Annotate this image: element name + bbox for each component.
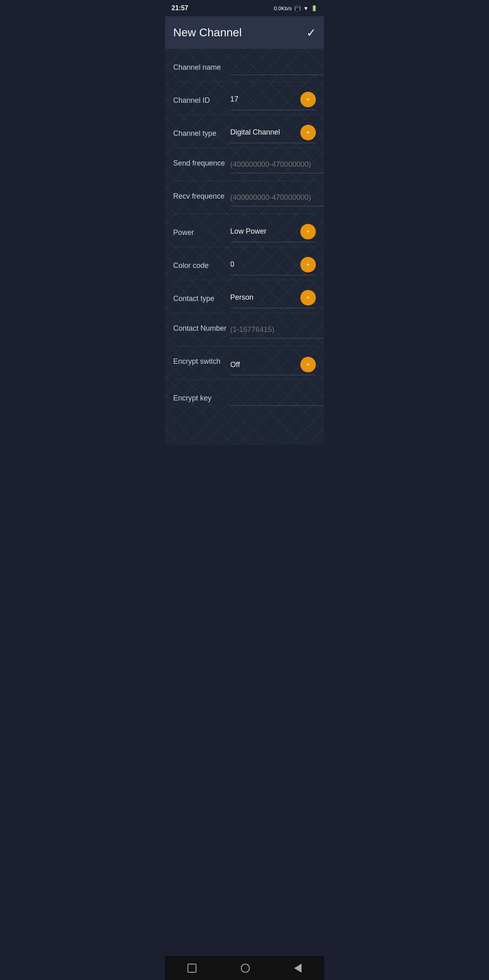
channel-id-label: Channel ID: [173, 96, 230, 105]
encrypt-switch-field-wrap[interactable]: Off: [230, 357, 316, 375]
channel-type-row: Channel type Digital Channel: [165, 115, 324, 148]
power-label: Power: [173, 228, 230, 237]
power-dropdown[interactable]: [300, 224, 316, 239]
toolbar: New Channel ✓: [165, 16, 324, 49]
recv-frequence-input[interactable]: [230, 193, 324, 202]
contact-type-dropdown[interactable]: [300, 290, 316, 305]
save-button[interactable]: ✓: [306, 26, 316, 40]
contact-type-row: Contact type Person: [165, 280, 324, 313]
nav-recent-button[interactable]: [187, 964, 196, 973]
recv-frequence-field-wrap[interactable]: [230, 192, 324, 206]
status-bar: 21:57 0.0Kb/s 📳 ▼ 🔋: [165, 0, 324, 16]
channel-type-dropdown[interactable]: [300, 125, 316, 140]
channel-type-field-wrap[interactable]: Digital Channel: [230, 125, 316, 143]
vibrate-icon: 📳: [294, 5, 301, 11]
contact-type-label: Contact type: [173, 294, 230, 303]
color-code-row: Color code 0: [165, 247, 324, 280]
channel-id-value: 17: [230, 95, 297, 104]
encrypt-key-row: Encrypt key: [165, 380, 324, 412]
contact-type-value: Person: [230, 293, 297, 302]
channel-id-dropdown[interactable]: [300, 92, 316, 107]
channel-type-label: Channel type: [173, 129, 230, 138]
channel-type-value: Digital Channel: [230, 128, 297, 137]
contact-number-label: Contact Number: [173, 324, 230, 333]
channel-name-input[interactable]: [230, 62, 324, 71]
power-row: Power Low Power: [165, 214, 324, 247]
channel-id-field-wrap[interactable]: 17: [230, 92, 316, 110]
encrypt-switch-row: Encrypt switch Off: [165, 346, 324, 379]
power-value: Low Power: [230, 227, 297, 236]
form-content: Channel name Channel ID 17 Channel type …: [165, 49, 324, 445]
network-speed: 0.0Kb/s: [274, 5, 292, 11]
color-code-dropdown[interactable]: [300, 257, 316, 272]
recv-frequence-label: Recv frequence: [173, 192, 230, 201]
color-code-value: 0: [230, 260, 297, 269]
encrypt-key-input[interactable]: [230, 393, 324, 401]
nav-home-button[interactable]: [241, 964, 250, 973]
status-right-icons: 0.0Kb/s 📳 ▼ 🔋: [274, 5, 317, 11]
wifi-icon: ▼: [303, 5, 308, 11]
channel-name-label: Channel name: [173, 63, 230, 72]
send-frequence-row: Send frequence: [165, 148, 324, 181]
channel-id-row: Channel ID 17: [165, 82, 324, 115]
contact-type-field-wrap[interactable]: Person: [230, 290, 316, 308]
battery-icon: 🔋: [311, 5, 317, 11]
encrypt-switch-label: Encrypt switch: [173, 357, 230, 366]
color-code-field-wrap[interactable]: 0: [230, 257, 316, 275]
encrypt-key-field-wrap[interactable]: [230, 391, 324, 406]
send-frequence-input[interactable]: [230, 160, 324, 169]
contact-number-input[interactable]: [230, 325, 324, 334]
send-frequence-field-wrap[interactable]: [230, 159, 324, 173]
color-code-label: Color code: [173, 261, 230, 270]
status-time: 21:57: [172, 4, 188, 12]
channel-name-row: Channel name: [165, 49, 324, 82]
encrypt-key-label: Encrypt key: [173, 394, 230, 403]
encrypt-switch-value: Off: [230, 361, 297, 369]
bottom-nav: [165, 956, 324, 980]
channel-name-field-wrap[interactable]: [230, 60, 324, 75]
encrypt-switch-dropdown[interactable]: [300, 357, 316, 372]
contact-number-row: Contact Number: [165, 313, 324, 346]
send-frequence-label: Send frequence: [173, 159, 230, 168]
power-field-wrap[interactable]: Low Power: [230, 224, 316, 242]
page-title: New Channel: [173, 26, 242, 39]
recv-frequence-row: Recv frequence: [165, 181, 324, 214]
nav-back-button[interactable]: [294, 964, 302, 973]
contact-number-field-wrap[interactable]: [230, 324, 324, 338]
